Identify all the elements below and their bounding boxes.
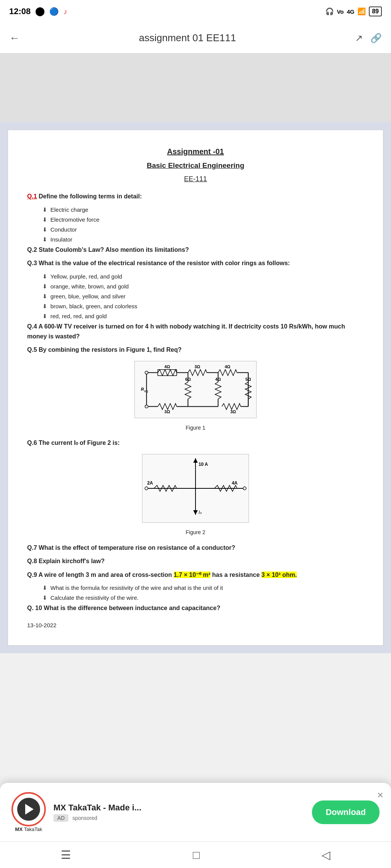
q9-text: Q.9 A wire of length 3 m and area of cro… [27, 572, 297, 578]
svg-text:4A: 4A [232, 480, 238, 486]
q9-item-2: ⬇ Calculate the resistivity of the wire. [42, 593, 364, 602]
doc-subtitle: Basic Electrical Engineering [27, 160, 364, 171]
q3-item-1: ⬇ Yellow, purple, red, and gold [42, 272, 364, 281]
q7-text: Q.7 What is the effect of temperature ri… [27, 544, 235, 551]
arrow-icon: ⬇ [42, 292, 47, 301]
ad-badge: AD [53, 814, 68, 822]
nav-bar: ← assignment 01 EE111 ↗ 🔗 [0, 23, 391, 53]
q3-item-4: ⬇ brown, black, green, and colorless [42, 302, 364, 311]
wifi-icon: 📶 [357, 7, 366, 16]
ad-close-button[interactable]: × [377, 789, 383, 801]
figure-1-container: 4Ω 3Ω 4Ω 6Ω [27, 361, 364, 432]
loading-area [0, 53, 391, 122]
svg-text:I₀: I₀ [199, 510, 202, 515]
figure-2-svg: 10 A 2A 4A [142, 454, 249, 523]
svg-text:5Ω: 5Ω [246, 377, 251, 382]
arrow-icon: ⬇ [42, 235, 47, 244]
ad-text-block: MX TakaTak - Made i... AD sponsored [53, 803, 304, 822]
home-button[interactable]: □ [193, 849, 200, 862]
question-3: Q.3 What is the value of the electrical … [27, 258, 364, 268]
status-right: 🎧 Vo 4G 📶 89 [325, 6, 382, 16]
svg-text:3Ω: 3Ω [165, 409, 170, 414]
network-icon: 4G [347, 8, 354, 15]
svg-text:4Ω: 4Ω [165, 364, 170, 369]
q3-item-5: ⬇ red, red, red, and gold [42, 312, 364, 321]
svg-text:3Ω: 3Ω [230, 409, 236, 414]
question-8: Q.8 Explain kirchoff's law? [27, 556, 364, 566]
ad-banner: × MX TakaTak MX TakaTak - Made i... AD s… [0, 783, 391, 841]
status-bar: 12:08 ⬤ 🔵 ♪ 🎧 Vo 4G 📶 89 [0, 0, 391, 23]
svg-text:4Ω: 4Ω [225, 364, 230, 369]
play-icon [25, 804, 34, 815]
status-left: 12:08 ⬤ 🔵 ♪ [9, 6, 67, 16]
ad-badge-row: AD sponsored [53, 814, 304, 822]
svg-text:6Ω: 6Ω [185, 377, 191, 382]
q6-text: Q.6 The current I₀ of Figure 2 is: [27, 440, 120, 446]
download-button[interactable]: Download [312, 800, 380, 824]
question-1: Q.1 Define the following terms in detail… [27, 192, 364, 201]
question-2: Q.2 State Coulomb's Law? Also mention it… [27, 245, 364, 255]
doc-course: EE-111 [27, 174, 364, 185]
svg-text:10 A: 10 A [199, 462, 208, 467]
arrow-icon: ⬇ [42, 215, 47, 224]
bottom-nav: ☰ □ ◁ [0, 841, 391, 868]
ad-logo-col: MX TakaTak [11, 792, 46, 832]
back-nav-button[interactable]: ◁ [322, 848, 330, 862]
svg-point-27 [145, 405, 148, 408]
q4-text: Q.4 A 600-W TV receiver is turned on for… [27, 323, 345, 340]
q1-text: Define the following terms in detail: [39, 193, 142, 200]
q2-text: Q.2 State Coulomb's Law? Also mention it… [27, 246, 189, 253]
signal-icon: Vo [337, 8, 344, 15]
back-button[interactable]: ← [9, 32, 20, 44]
arrow-icon: ⬇ [42, 583, 47, 593]
export-button[interactable]: ↗ [355, 33, 363, 43]
figure-1-caption: Figure 1 [27, 424, 364, 432]
q1-item-1: ⬇ Electric charge [42, 205, 364, 214]
svg-text:4Ω: 4Ω [215, 377, 221, 382]
q1-item-4: ⬇ Insulator [42, 235, 364, 244]
q5-text: Q.5 By combining the resistors in Figure… [27, 346, 182, 353]
arrow-icon: ⬇ [42, 593, 47, 602]
date-line: 13-10-2022 [27, 621, 364, 630]
share-button[interactable]: 🔗 [370, 33, 382, 43]
figure-1-svg: 4Ω 3Ω 4Ω 6Ω [134, 361, 257, 418]
q3-item-3: ⬇ green, blue, yellow, and silver [42, 292, 364, 301]
ad-logo-circle [11, 792, 46, 826]
ad-logo-label: MX TakaTak [15, 826, 42, 832]
question-7: Q.7 What is the effect of temperature ri… [27, 543, 364, 553]
svg-text:eq: eq [144, 389, 148, 393]
ad-app-name: MX TakaTak - Made i... [53, 803, 304, 813]
question-9: Q.9 A wire of length 3 m and area of cro… [27, 570, 364, 580]
q1-item-2: ⬇ Electromotive force [42, 215, 364, 224]
q8-text: Q.8 Explain kirchoff's law? [27, 558, 105, 564]
ad-sponsored-text: sponsored [72, 815, 97, 821]
q1-label: Q.1 [27, 193, 37, 200]
question-6: Q.6 The current I₀ of Figure 2 is: [27, 438, 364, 448]
q1-item-3: ⬇ Conductor [42, 225, 364, 234]
question-5: Q.5 By combining the resistors in Figure… [27, 345, 364, 355]
status-time: 12:08 [9, 6, 31, 16]
status-dot-icon: ⬤ [35, 6, 45, 16]
battery-indicator: 89 [369, 6, 382, 16]
q3-text: Q.3 What is the value of the electrical … [27, 260, 290, 266]
svg-text:R: R [141, 387, 144, 391]
document-content: Assignment -01 Basic Electrical Engineer… [8, 130, 383, 646]
svg-point-34 [145, 487, 148, 490]
doc-title: Assignment -01 [27, 145, 364, 158]
svg-marker-30 [193, 458, 198, 463]
figure-2-caption: Figure 2 [27, 528, 364, 536]
status-app-icon2: ♪ [63, 7, 67, 16]
menu-button[interactable]: ☰ [61, 848, 71, 862]
svg-text:2A: 2A [147, 480, 153, 486]
arrow-icon: ⬇ [42, 302, 47, 311]
document-wrapper: Assignment -01 Basic Electrical Engineer… [0, 122, 391, 653]
figure-2-container: 10 A 2A 4A [27, 454, 364, 537]
question-10: Q. 10 What is the difference between ind… [27, 603, 364, 613]
page-title: assignment 01 EE111 [27, 32, 347, 44]
q3-item-2: ⬇ orange, white, brown, and gold [42, 282, 364, 291]
status-app-icon1: 🔵 [49, 7, 59, 16]
svg-point-26 [145, 371, 148, 374]
arrow-icon: ⬇ [42, 312, 47, 321]
svg-text:3Ω: 3Ω [195, 364, 200, 369]
q10-text: Q. 10 What is the difference between ind… [27, 605, 220, 611]
